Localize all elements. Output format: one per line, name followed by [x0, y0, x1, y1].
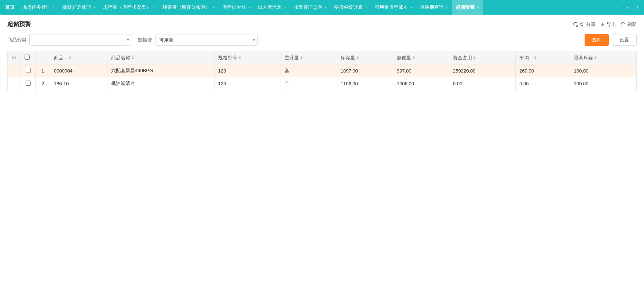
sort-icon-capital: [473, 56, 476, 59]
nav-tab-1[interactable]: 拣货任务管理 ×: [18, 0, 59, 15]
settings-button[interactable]: 设置: [612, 34, 637, 46]
sort-icon-spec: [238, 56, 241, 59]
nav-tab-8-close[interactable]: ×: [365, 5, 367, 10]
nav-tab-1-label: 拣货任务管理: [22, 4, 51, 11]
sort-down-icon: [473, 58, 476, 59]
nav-tab-3[interactable]: 现存量（库存状况表） ×: [99, 0, 159, 15]
sort-code[interactable]: 商品...: [54, 55, 72, 61]
table-header: ⚙ 商品... 商品名称: [8, 51, 637, 64]
table-row: 2 186-10... 机油滤清器 123 个 1106.00 1006.00 …: [8, 77, 637, 90]
sort-capital[interactable]: 资金占用: [453, 55, 476, 61]
nav-home-label: 首页: [5, 4, 15, 11]
category-filter-group: 商品分类 ▾: [7, 34, 132, 46]
nav-tab-2-close[interactable]: ×: [93, 5, 95, 10]
row-code: 186-10...: [50, 77, 107, 90]
nav-tab-1-close[interactable]: ×: [53, 5, 55, 10]
header-actions: 分享 导出 刷新: [573, 21, 637, 28]
nav-tab-2[interactable]: 拣货异常处理 ×: [59, 0, 99, 15]
sort-up-icon: [300, 56, 303, 58]
nav-tab-10[interactable]: 保质期查询 ×: [416, 0, 452, 15]
share-action[interactable]: 分享: [573, 21, 596, 28]
nav-tab-9-close[interactable]: ×: [410, 5, 413, 10]
page-title: 超储预警: [7, 21, 31, 28]
nav-tab-6-close[interactable]: ×: [284, 5, 286, 10]
nav-tab-home[interactable]: 首页: [1, 0, 18, 15]
row-over: 1006.00: [393, 77, 449, 90]
nav-tab-9[interactable]: 可用量库存账本 ×: [371, 0, 416, 15]
th-code-label: 商品...: [54, 55, 67, 61]
sort-stock[interactable]: 库存量: [341, 55, 359, 61]
nav-tab-8[interactable]: 要货单统计表 ×: [330, 0, 371, 15]
export-action[interactable]: 导出: [600, 21, 616, 28]
nav-arrows: ‹ › ⋮: [612, 0, 643, 15]
sort-icon-over: [412, 56, 415, 59]
query-button[interactable]: 查询: [585, 34, 609, 46]
refresh-icon: [621, 22, 626, 27]
row-unit: 个: [281, 77, 337, 90]
nav-tab-6-label: 出入库流水: [258, 4, 282, 11]
row-checkbox[interactable]: [26, 81, 31, 86]
th-stock: 库存量: [337, 51, 393, 64]
th-checkbox: [21, 51, 36, 64]
category-select[interactable]: [29, 34, 132, 46]
refresh-label: 刷新: [627, 21, 637, 28]
row-name: 六配套新昌490BPG: [107, 64, 215, 77]
nav-tab-6[interactable]: 出入库流水 ×: [254, 0, 290, 15]
sort-up-icon: [534, 56, 537, 58]
nav-tab-4[interactable]: 现存量（库存分布表） ×: [159, 0, 218, 15]
sort-avg[interactable]: 平均...: [519, 55, 537, 61]
row-stock: 1097.00: [337, 64, 393, 77]
sort-spec[interactable]: 规格型号: [218, 55, 241, 61]
export-label: 导出: [607, 21, 616, 28]
row-spec: 123: [214, 64, 281, 77]
nav-tab-5[interactable]: 库存批次账 ×: [219, 0, 254, 15]
nav-arrow-right[interactable]: ›: [622, 0, 632, 15]
sort-icon-avg: [534, 56, 537, 59]
sort-unit[interactable]: 主计量: [285, 55, 303, 61]
sort-down-icon: [300, 58, 303, 59]
svg-point-0: [577, 25, 578, 27]
sort-up-icon: [412, 56, 415, 58]
nav-tab-7[interactable]: 收发存汇总表 ×: [290, 0, 330, 15]
sort-over[interactable]: 超储量: [397, 55, 415, 61]
nav-arrow-more[interactable]: ⋮: [632, 0, 643, 15]
row-checkbox[interactable]: [26, 68, 31, 73]
sort-down-icon: [69, 58, 72, 59]
top-navigation: 首页 拣货任务管理 × 拣货异常处理 × 现存量（库存状况表） × 现存量（库存…: [0, 0, 644, 15]
select-all-checkbox[interactable]: [25, 55, 30, 60]
datasource-select[interactable]: 可用量 库存量: [155, 34, 258, 46]
nav-tab-11-close[interactable]: ×: [477, 5, 479, 10]
th-over: 超储量: [393, 51, 449, 64]
sort-down-icon: [238, 58, 241, 59]
th-capital: 资金占用: [449, 51, 516, 64]
share-label: 分享: [586, 21, 596, 28]
row-gear-cell: [8, 77, 21, 90]
nav-arrow-left[interactable]: ‹: [612, 0, 622, 15]
nav-tab-4-label: 现存量（库存分布表）: [162, 4, 210, 11]
nav-tab-5-close[interactable]: ×: [248, 5, 250, 10]
filter-bar: 商品分类 ▾ 数据源 可用量 库存量 ▾ 查询 设置: [7, 34, 637, 46]
gear-icon[interactable]: ⚙: [11, 55, 17, 61]
refresh-action[interactable]: 刷新: [621, 21, 637, 28]
th-index: [36, 51, 50, 64]
nav-tab-11-label: 超储预警: [455, 4, 475, 11]
sort-name[interactable]: 商品名称: [111, 55, 134, 61]
row-gear-cell: [8, 64, 21, 77]
nav-tab-10-close[interactable]: ×: [446, 5, 448, 10]
nav-tab-10-label: 保质期查询: [420, 4, 444, 11]
row-max: 100.00: [570, 77, 636, 90]
nav-tab-3-close[interactable]: ×: [153, 5, 155, 10]
row-name: 机油滤清器: [107, 77, 215, 90]
sort-icon-name: [131, 56, 134, 59]
sort-up-icon: [594, 56, 597, 58]
nav-tab-4-close[interactable]: ×: [212, 5, 215, 10]
nav-tab-7-close[interactable]: ×: [325, 5, 327, 10]
datasource-select-wrapper: 可用量 库存量 ▾: [155, 34, 258, 46]
sort-icon-max: [594, 56, 597, 59]
row-avg: 260.00: [516, 64, 570, 77]
row-stock: 1106.00: [337, 77, 393, 90]
sort-max[interactable]: 最高库存: [574, 55, 597, 61]
row-index: 2: [36, 77, 50, 90]
nav-tab-11[interactable]: 超储预警 ×: [452, 0, 483, 15]
sort-up-icon: [131, 56, 134, 58]
